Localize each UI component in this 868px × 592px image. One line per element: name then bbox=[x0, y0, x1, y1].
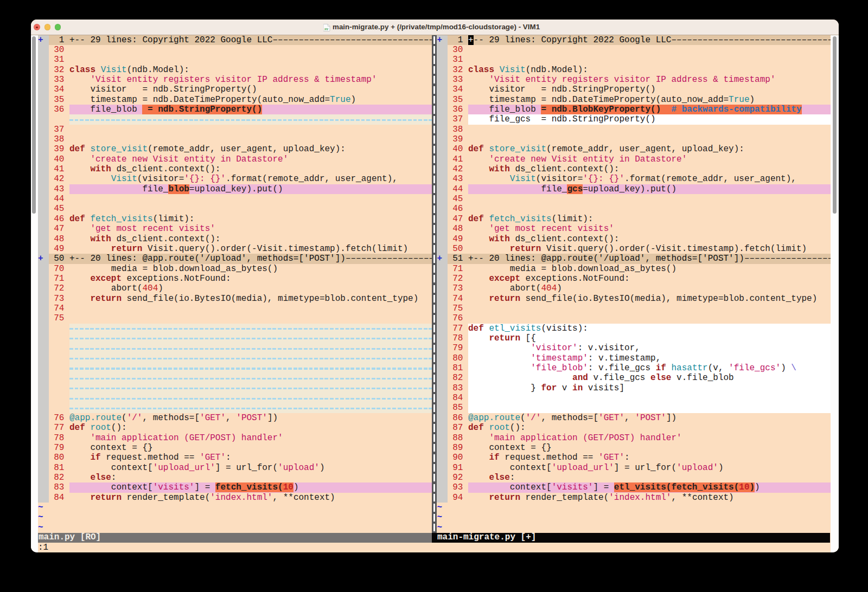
svg-text:py: py bbox=[324, 27, 329, 30]
